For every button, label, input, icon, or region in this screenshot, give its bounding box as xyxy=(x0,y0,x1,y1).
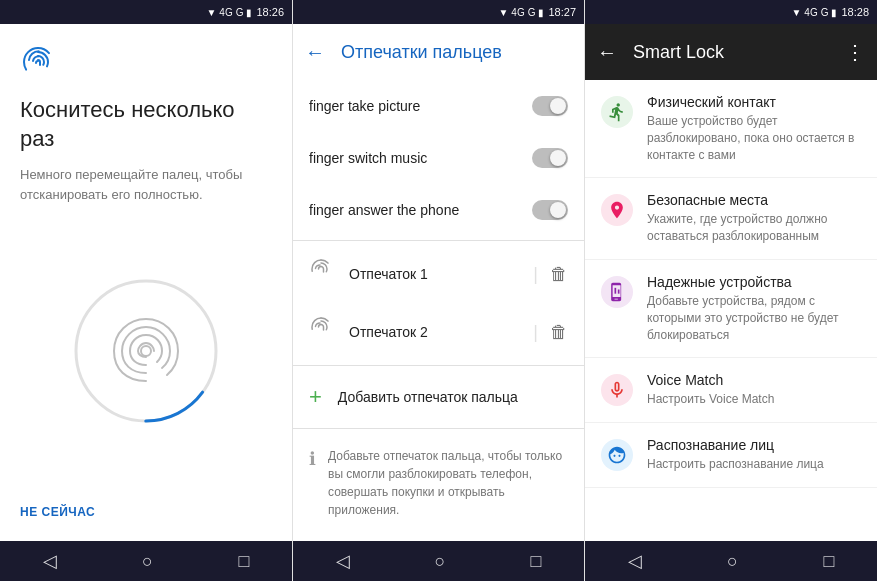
smart-lock-list: Физический контакт Ваше устройство будет… xyxy=(585,80,877,541)
smart-lock-panel: ▼ 4G G ▮ 18:28 ← Smart Lock ⋮ Физический… xyxy=(584,0,877,581)
signal-4g-3: 4G xyxy=(804,7,817,18)
smart-lock-item-devices[interactable]: Надежные устройства Добавьте устройства,… xyxy=(585,260,877,358)
time-1: 18:26 xyxy=(256,6,284,18)
toggle-switch-music[interactable] xyxy=(532,148,568,168)
p2-header: ← Отпечатки пальцев xyxy=(293,24,584,80)
safe-places-title: Безопасные места xyxy=(647,192,861,208)
fingerprint-setup-panel: ▼ 4G G ▮ 18:26 Коснитесь несколько раз Н… xyxy=(0,0,292,581)
svg-point-2 xyxy=(141,346,151,356)
not-now-button[interactable]: НЕ СЕЙЧАС xyxy=(20,493,272,531)
battery-icon-3: ▮ xyxy=(831,7,837,18)
face-recognition-content: Распознавание лиц Настроить распознавани… xyxy=(647,437,861,473)
svg-rect-3 xyxy=(615,288,617,294)
nav-bar-3: ◁ ○ □ xyxy=(585,541,877,581)
saved-fingerprint-1[interactable]: Отпечаток 1 | 🗑 xyxy=(293,245,584,303)
p1-subtitle: Немного перемещайте палец, чтобы отскани… xyxy=(20,165,272,204)
p2-back-button[interactable]: ← xyxy=(305,41,325,64)
info-icon: ℹ xyxy=(309,448,316,470)
nav-bar-2: ◁ ○ □ xyxy=(293,541,584,581)
p2-item-divider-1: | xyxy=(533,264,538,285)
p2-header-title: Отпечатки пальцев xyxy=(341,42,502,63)
delete-fingerprint-1[interactable]: 🗑 xyxy=(550,264,568,285)
smart-lock-item-places[interactable]: Безопасные места Укажите, где устройство… xyxy=(585,178,877,260)
carrier-g: G xyxy=(236,7,244,18)
p2-divider-1 xyxy=(293,240,584,241)
signal-4g-2: 4G xyxy=(511,7,524,18)
voice-match-title: Voice Match xyxy=(647,372,861,388)
p3-header: ← Smart Lock ⋮ xyxy=(585,24,877,80)
toggle-item-switch-music[interactable]: finger switch music xyxy=(293,132,584,184)
voice-match-subtitle: Настроить Voice Match xyxy=(647,391,861,408)
smart-lock-item-face[interactable]: Распознавание лиц Настроить распознавани… xyxy=(585,423,877,488)
toggle-answer-phone[interactable] xyxy=(532,200,568,220)
saved-fingerprint-2[interactable]: Отпечаток 2 | 🗑 xyxy=(293,303,584,361)
recents-nav-icon-3[interactable]: □ xyxy=(823,551,834,572)
physical-contact-title: Физический контакт xyxy=(647,94,861,110)
p3-back-button[interactable]: ← xyxy=(597,41,617,64)
scanner-area xyxy=(20,228,272,493)
trusted-devices-title: Надежные устройства xyxy=(647,274,861,290)
fingerprint-icon xyxy=(20,44,56,80)
saved-fingerprint-label-1: Отпечаток 1 xyxy=(349,266,533,282)
toggle-take-picture[interactable] xyxy=(532,96,568,116)
safe-places-subtitle: Укажите, где устройство должно оставатьс… xyxy=(647,211,861,245)
toggle-label-switch-music: finger switch music xyxy=(309,149,532,167)
home-nav-icon-2[interactable]: ○ xyxy=(435,551,446,572)
back-nav-icon-2[interactable]: ◁ xyxy=(336,550,350,572)
toggle-item-take-picture[interactable]: finger take picture xyxy=(293,80,584,132)
nav-bar-1: ◁ ○ □ xyxy=(0,541,292,581)
toggle-item-answer-phone[interactable]: finger answer the phone xyxy=(293,184,584,236)
scanner-circle xyxy=(66,271,226,431)
toggle-label-answer-phone: finger answer the phone xyxy=(309,201,532,219)
add-fingerprint-label: Добавить отпечаток пальца xyxy=(338,389,518,405)
recents-nav-icon-2[interactable]: □ xyxy=(531,551,542,572)
info-text: Добавьте отпечаток пальца, чтобы только … xyxy=(328,447,568,519)
voice-match-icon xyxy=(601,374,633,406)
time-3: 18:28 xyxy=(841,6,869,18)
carrier-g-2: G xyxy=(528,7,536,18)
saved-fingerprint-label-2: Отпечаток 2 xyxy=(349,324,533,340)
face-recognition-icon xyxy=(601,439,633,471)
smart-lock-item-voice[interactable]: Voice Match Настроить Voice Match xyxy=(585,358,877,423)
p2-divider-3 xyxy=(293,428,584,429)
battery-icon-2: ▮ xyxy=(538,7,544,18)
physical-contact-subtitle: Ваше устройство будет разблокировано, по… xyxy=(647,113,861,163)
fingerprints-list-panel: ▼ 4G G ▮ 18:27 ← Отпечатки пальцев finge… xyxy=(292,0,584,581)
fingerprint-icon-1 xyxy=(309,259,333,289)
svg-rect-4 xyxy=(618,289,620,293)
wifi-icon-3: ▼ xyxy=(791,7,801,18)
trusted-devices-content: Надежные устройства Добавьте устройства,… xyxy=(647,274,861,343)
recents-nav-icon[interactable]: □ xyxy=(238,551,249,572)
smart-lock-item-physical[interactable]: Физический контакт Ваше устройство будет… xyxy=(585,80,877,178)
add-fingerprint-item[interactable]: + Добавить отпечаток пальца xyxy=(293,370,584,424)
p1-title: Коснитесь несколько раз xyxy=(20,96,272,153)
p3-header-title: Smart Lock xyxy=(633,42,845,63)
toggle-label-take-picture: finger take picture xyxy=(309,97,532,115)
face-recognition-title: Распознавание лиц xyxy=(647,437,861,453)
add-plus-icon: + xyxy=(309,384,322,410)
safe-places-icon xyxy=(601,194,633,226)
wifi-icon-2: ▼ xyxy=(498,7,508,18)
status-icons-1: ▼ 4G G ▮ xyxy=(206,7,252,18)
fingerprint-icon-2 xyxy=(309,317,333,347)
home-nav-icon[interactable]: ○ xyxy=(142,551,153,572)
back-nav-icon[interactable]: ◁ xyxy=(43,550,57,572)
wifi-icon: ▼ xyxy=(206,7,216,18)
delete-fingerprint-2[interactable]: 🗑 xyxy=(550,322,568,343)
safe-places-content: Безопасные места Укажите, где устройство… xyxy=(647,192,861,245)
p1-main-content: Коснитесь несколько раз Немного перемеща… xyxy=(0,24,292,541)
status-bar-2: ▼ 4G G ▮ 18:27 xyxy=(293,0,584,24)
status-bar-3: ▼ 4G G ▮ 18:28 xyxy=(585,0,877,24)
physical-contact-content: Физический контакт Ваше устройство будет… xyxy=(647,94,861,163)
p2-divider-2 xyxy=(293,365,584,366)
home-nav-icon-3[interactable]: ○ xyxy=(727,551,738,572)
status-bar-1: ▼ 4G G ▮ 18:26 xyxy=(0,0,292,24)
status-icons-3: ▼ 4G G ▮ xyxy=(791,7,837,18)
p3-more-button[interactable]: ⋮ xyxy=(845,40,865,64)
p2-list: finger take picture finger switch music … xyxy=(293,80,584,541)
trusted-devices-icon xyxy=(601,276,633,308)
physical-contact-icon xyxy=(601,96,633,128)
p2-item-divider-2: | xyxy=(533,322,538,343)
back-nav-icon-3[interactable]: ◁ xyxy=(628,550,642,572)
signal-4g: 4G xyxy=(219,7,232,18)
